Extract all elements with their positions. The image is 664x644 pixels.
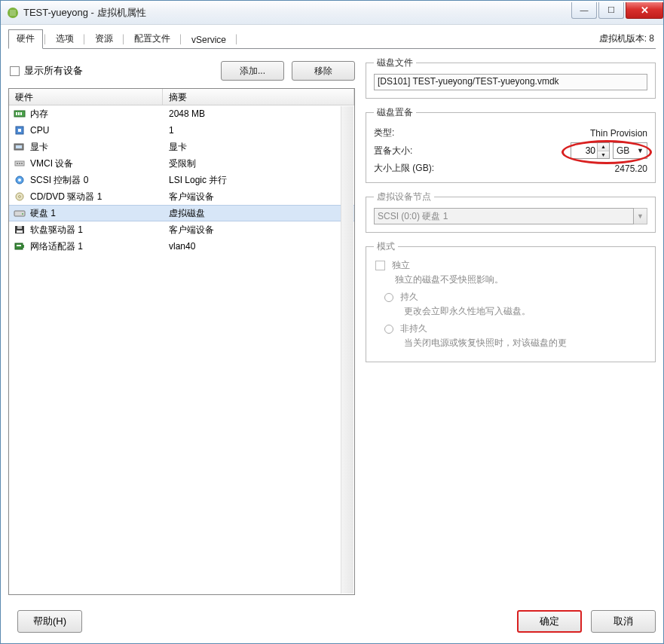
hardware-list[interactable]: 硬件 摘要 内存 2048 MB CPU 1 显卡 显卡 VMCI 设备 受限制… [8,88,355,595]
remove-button[interactable]: 移除 [292,61,355,81]
scsi-icon [14,175,26,185]
svg-point-15 [18,179,21,182]
mode-group: 模式 独立 独立的磁盘不受快照影响。 持久 更改会立即永久性地写入磁盘。 非持久 [366,240,656,362]
hardware-row-name: CD/DVD 驱动器 1 [30,191,102,203]
vsphere-icon [7,7,19,19]
help-button[interactable]: 帮助(H) [17,610,82,633]
prov-size-input[interactable] [571,145,597,157]
tab-resources[interactable]: 资源 [87,29,121,48]
hardware-row-summary: 虚拟磁盘 [163,207,354,220]
prov-size-unit-select[interactable]: GB ▼ [613,142,647,159]
col-hardware[interactable]: 硬件 [9,89,163,105]
tab-options[interactable]: 选项 [47,29,82,48]
hd-icon [14,208,26,218]
show-all-devices-checkbox[interactable] [10,66,20,76]
svg-rect-3 [16,112,17,115]
svg-rect-1 [10,10,16,16]
disk-file-legend: 磁盘文件 [374,56,416,69]
scrollbar[interactable] [341,106,353,594]
vmci-icon [14,158,26,169]
mode-nonpersist-desc: 当关闭电源或恢复快照时，对该磁盘的更 [404,337,647,349]
hardware-row[interactable]: 网络适配器 1 vlan40 [9,238,354,255]
vm-properties-window: TEST-yueyong - 虚拟机属性 — ☐ ✕ 硬件 选项 资源 配置文件… [0,0,664,644]
hardware-row-summary: 客户端设备 [163,191,354,203]
svg-point-17 [19,196,21,198]
tab-profiles[interactable]: 配置文件 [126,29,179,48]
hardware-row-name: 软盘驱动器 1 [30,224,83,237]
hardware-list-header: 硬件 摘要 [9,89,354,105]
hardware-row-name: 硬盘 1 [30,207,56,220]
disk-file-value: [DS101] TEST-yueyong/TEST-yueyong.vmdk [374,74,647,90]
mode-independent-desc: 独立的磁盘不受快照影响。 [395,273,647,286]
disk-file-group: 磁盘文件 [DS101] TEST-yueyong/TEST-yueyong.v… [366,56,656,99]
close-button[interactable]: ✕ [626,2,663,19]
svg-rect-13 [21,163,23,164]
hardware-row-name: SCSI 控制器 0 [30,174,88,187]
hardware-row-summary: 显卡 [163,141,354,154]
chevron-down-icon: ▼ [637,147,644,154]
svg-point-19 [22,213,23,215]
nic-icon [14,241,26,252]
tab-hardware[interactable]: 硬件 [8,29,43,49]
hardware-row-summary: LSI Logic 并行 [163,174,354,187]
disk-provision-legend: 磁盘置备 [374,106,416,119]
mode-independent-label: 独立 [392,260,410,270]
spinner-up-icon[interactable]: ▲ [598,143,609,151]
tab-bar: 硬件 选项 资源 配置文件 vService 虚拟机版本: 8 [8,29,656,49]
hardware-row[interactable]: 显卡 显卡 [9,139,354,155]
mem-icon [14,108,26,119]
svg-rect-11 [17,163,18,164]
hardware-row-summary: 受限制 [163,157,354,170]
cd-icon [14,191,26,202]
svg-rect-21 [17,226,22,229]
titlebar[interactable]: TEST-yueyong - 虚拟机属性 — ☐ ✕ [1,1,663,25]
spinner-down-icon[interactable]: ▼ [598,151,609,158]
prov-type-value: Thin Provision [472,128,647,139]
hardware-row-summary: 2048 MB [163,108,354,119]
svg-rect-4 [18,112,20,115]
prov-size-label: 置备大小: [374,145,472,157]
svg-rect-7 [18,129,21,132]
hardware-row[interactable]: CD/DVD 驱动器 1 客户端设备 [9,188,354,205]
hardware-row-name: 显卡 [30,141,48,154]
virtual-device-node-value: SCSI (0:0) 硬盘 1 [374,208,634,224]
disk-provision-group: 磁盘置备 类型: Thin Provision 置备大小: ▲▼ [366,106,656,183]
maximize-button[interactable]: ☐ [598,2,624,19]
mode-persist-label: 持久 [400,291,418,302]
ok-button[interactable]: 确定 [517,610,582,633]
svg-rect-18 [14,211,25,216]
cpu-icon [14,125,26,136]
fd-icon [14,224,26,235]
mode-persist-desc: 更改会立即永久性地写入磁盘。 [404,305,647,318]
hardware-row[interactable]: 硬盘 1 虚拟磁盘 [9,205,354,221]
hardware-row[interactable]: CPU 1 [9,122,354,139]
hardware-row[interactable]: 软盘驱动器 1 客户端设备 [9,221,354,238]
cancel-button[interactable]: 取消 [591,610,656,633]
window-title: TEST-yueyong - 虚拟机属性 [23,6,570,20]
prov-size-spinner[interactable]: ▲▼ [571,142,610,159]
hardware-row-summary: 客户端设备 [163,224,354,237]
minimize-button[interactable]: — [571,2,597,19]
prov-max-label: 大小上限 (GB): [374,162,472,175]
window-buttons: — ☐ ✕ [570,2,663,19]
prov-size-unit: GB [617,145,629,156]
svg-rect-5 [20,112,22,115]
tab-vservice[interactable]: vService [183,32,234,48]
hardware-row-name: 网络适配器 1 [30,240,83,253]
hardware-row[interactable]: SCSI 控制器 0 LSI Logic 并行 [9,172,354,188]
mode-independent-checkbox [375,261,385,270]
show-all-devices-label: 显示所有设备 [24,64,213,78]
svg-rect-9 [16,145,22,148]
hardware-row-name: 内存 [30,108,48,121]
mode-persist-radio [384,293,393,302]
hardware-row[interactable]: VMCI 设备 受限制 [9,155,354,172]
vid-icon [14,142,26,152]
mode-legend: 模式 [374,240,398,253]
hardware-row[interactable]: 内存 2048 MB [9,105,354,122]
virtual-device-node-group: 虚拟设备节点 SCSI (0:0) 硬盘 1 ▼ [366,191,656,233]
add-button[interactable]: 添加... [221,61,284,81]
virtual-device-node-dropdown: ▼ [634,208,647,224]
mode-nonpersist-label: 非持久 [400,323,427,334]
col-summary[interactable]: 摘要 [163,89,354,105]
hardware-row-name: CPU [30,125,49,136]
